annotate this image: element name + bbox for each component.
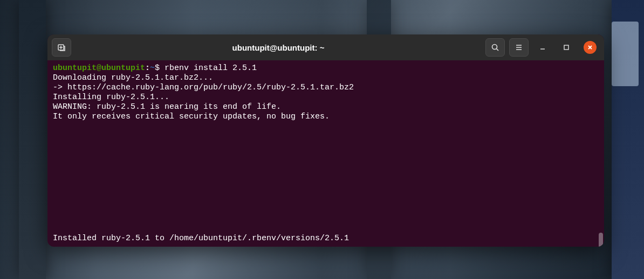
titlebar[interactable]: ubuntupit@ubuntupit: ~ xyxy=(47,34,604,60)
terminal-prompt-line: ubuntupit@ubuntupit:~$ rbenv install 2.5… xyxy=(53,64,599,73)
command-text: rbenv install 2.5.1 xyxy=(165,64,257,73)
terminal-output-line: Downloading ruby-2.5.1.tar.bz2... xyxy=(53,73,599,83)
svg-rect-2 xyxy=(564,45,568,50)
terminal-output-line: Installed ruby-2.5.1 to /home/ubuntupit/… xyxy=(53,234,599,243)
minimize-button[interactable] xyxy=(533,38,552,57)
terminal-output-line: Installing ruby-2.5.1... xyxy=(53,93,599,102)
search-icon xyxy=(491,43,499,52)
close-button[interactable] xyxy=(584,41,597,54)
search-button[interactable] xyxy=(485,38,505,57)
maximize-button[interactable] xyxy=(557,38,576,57)
terminal-output-line: It only receives critical security updat… xyxy=(53,112,599,122)
bg-pillar xyxy=(19,0,46,279)
maximize-icon xyxy=(563,44,570,51)
prompt-colon: : xyxy=(145,64,150,73)
new-tab-icon xyxy=(57,43,66,52)
bg-light xyxy=(612,22,639,86)
hamburger-icon xyxy=(515,43,523,52)
menu-button[interactable] xyxy=(509,38,529,57)
prompt-path: ~ xyxy=(150,64,155,73)
prompt-user-host: ubuntupit@ubuntupit xyxy=(53,64,145,73)
minimize-icon xyxy=(539,44,546,51)
scrollbar-thumb[interactable] xyxy=(599,233,603,247)
prompt-dollar: $ xyxy=(155,64,165,73)
close-icon xyxy=(586,44,594,51)
svg-point-1 xyxy=(492,45,497,50)
window-title: ubuntupit@ubuntupit: ~ xyxy=(71,43,485,52)
new-tab-button[interactable] xyxy=(52,38,71,57)
terminal-output-line: -> https://cache.ruby-lang.org/pub/ruby/… xyxy=(53,83,599,93)
terminal-window: ubuntupit@ubuntupit: ~ xyxy=(47,34,604,247)
terminal-spacer xyxy=(53,122,599,234)
terminal-body[interactable]: ubuntupit@ubuntupit:~$ rbenv install 2.5… xyxy=(47,60,604,247)
terminal-output-line: WARNING: ruby-2.5.1 is nearing its end o… xyxy=(53,102,599,112)
